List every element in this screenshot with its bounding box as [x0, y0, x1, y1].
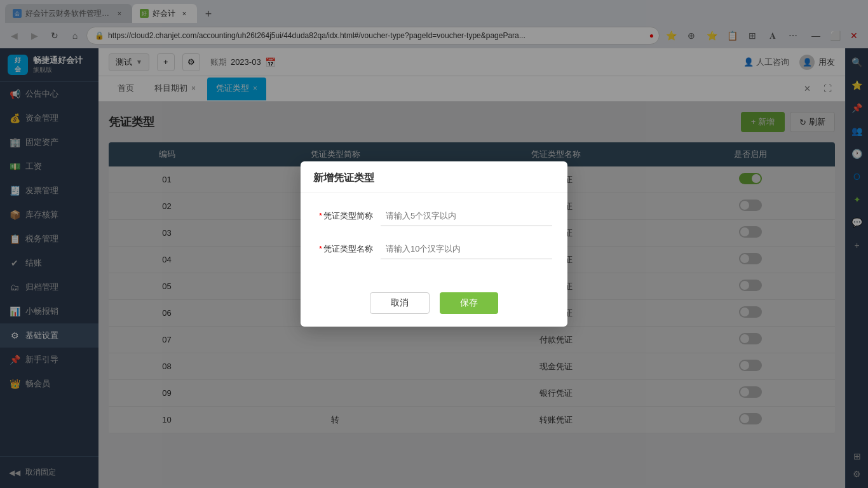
- abbr-required-mark: *: [319, 211, 322, 220]
- cancel-button[interactable]: 取消: [370, 292, 430, 314]
- form-row-name: *凭证类型名称: [316, 239, 552, 259]
- modal-title: 新增凭证类型: [313, 172, 374, 183]
- abbr-input[interactable]: [381, 206, 552, 226]
- modal-dialog: 新增凭证类型 *凭证类型简称 *凭证类型名称 取消 保存: [301, 161, 567, 327]
- modal-overlay: 新增凭证类型 *凭证类型简称 *凭证类型名称 取消 保存: [0, 0, 868, 488]
- abbr-label: *凭证类型简称: [316, 210, 373, 222]
- form-row-abbr: *凭证类型简称: [316, 206, 552, 226]
- modal-footer: 取消 保存: [301, 285, 567, 327]
- save-button[interactable]: 保存: [440, 292, 498, 314]
- modal-header: 新增凭证类型: [301, 161, 567, 193]
- modal-body: *凭证类型简称 *凭证类型名称: [301, 193, 567, 285]
- name-label: *凭证类型名称: [316, 243, 373, 255]
- name-input[interactable]: [381, 239, 552, 259]
- name-required-mark: *: [319, 244, 322, 254]
